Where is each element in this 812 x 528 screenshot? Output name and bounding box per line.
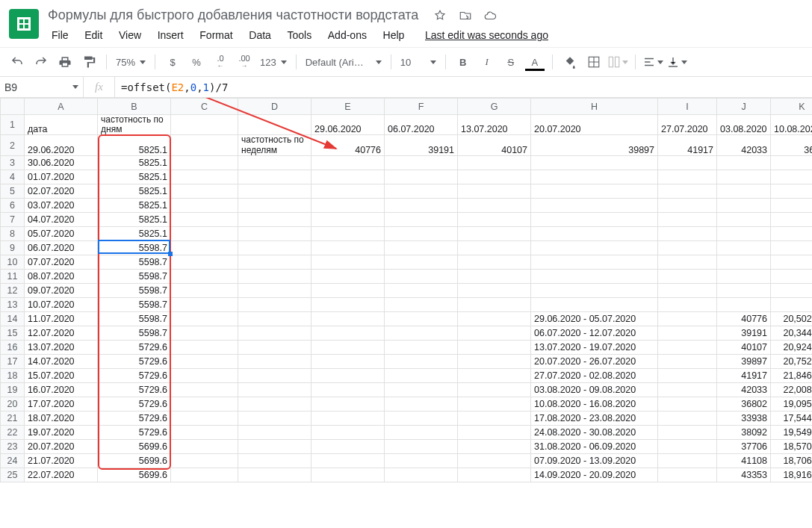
doc-title[interactable]: Формулы для быстрого добавления частотно… bbox=[45, 6, 421, 25]
redo-button[interactable] bbox=[30, 52, 52, 72]
cell[interactable] bbox=[171, 269, 238, 283]
cell[interactable] bbox=[717, 184, 771, 198]
cell[interactable] bbox=[531, 269, 658, 283]
cell[interactable] bbox=[458, 326, 531, 340]
menu-addons[interactable]: Add-ons bbox=[321, 26, 374, 44]
cell[interactable]: 07.09.2020 - 13.09.2020 bbox=[531, 453, 658, 468]
cell[interactable] bbox=[458, 297, 531, 311]
cell[interactable] bbox=[658, 311, 717, 326]
cell[interactable]: 20,924,665 bbox=[771, 340, 813, 354]
cell[interactable] bbox=[385, 340, 458, 354]
cell[interactable]: 01.07.2020 bbox=[25, 170, 98, 184]
menu-insert[interactable]: Insert bbox=[151, 26, 190, 44]
cell[interactable] bbox=[717, 155, 771, 170]
formula-input[interactable]: =offset(E2,0,1)/7 bbox=[115, 81, 812, 93]
cell[interactable]: 5825.1 bbox=[98, 198, 171, 212]
cell[interactable]: 41917 bbox=[658, 135, 717, 155]
cell[interactable] bbox=[658, 155, 717, 170]
cell[interactable] bbox=[771, 184, 813, 198]
cell[interactable]: 13.07.2020 bbox=[25, 340, 98, 354]
cell[interactable] bbox=[658, 425, 717, 439]
italic-button[interactable]: I bbox=[476, 52, 498, 72]
cell[interactable]: 5598.7 bbox=[98, 283, 171, 297]
cell[interactable]: 21,846,406 bbox=[771, 368, 813, 382]
cell[interactable] bbox=[658, 468, 717, 482]
cell[interactable] bbox=[531, 155, 658, 170]
cell[interactable] bbox=[312, 212, 385, 226]
cell[interactable] bbox=[385, 212, 458, 226]
cell[interactable]: 27.07.2020 bbox=[658, 115, 717, 135]
cell[interactable] bbox=[458, 453, 531, 468]
cell[interactable] bbox=[238, 439, 312, 453]
cell[interactable]: 5699.6 bbox=[98, 439, 171, 453]
cell[interactable] bbox=[385, 397, 458, 411]
cell[interactable] bbox=[385, 283, 458, 297]
cell[interactable]: дата bbox=[25, 115, 98, 135]
row-header[interactable]: 14 bbox=[1, 311, 25, 326]
cell[interactable] bbox=[717, 283, 771, 297]
cell[interactable]: 41917 bbox=[717, 368, 771, 382]
cell[interactable] bbox=[458, 468, 531, 482]
cell[interactable] bbox=[312, 340, 385, 354]
row-header[interactable]: 20 bbox=[1, 397, 25, 411]
cell[interactable] bbox=[171, 439, 238, 453]
cell[interactable]: 13.07.2020 bbox=[458, 115, 531, 135]
cell[interactable] bbox=[458, 283, 531, 297]
cell[interactable]: 40776 bbox=[312, 135, 385, 155]
inc-decimals-button[interactable]: .00→ bbox=[233, 52, 255, 72]
cell[interactable]: 22.07.2020 bbox=[25, 468, 98, 482]
cell[interactable] bbox=[312, 255, 385, 269]
cell[interactable]: 03.08.2020 - 09.08.2020 bbox=[531, 382, 658, 397]
cell[interactable] bbox=[171, 453, 238, 468]
cell[interactable]: 5729.6 bbox=[98, 368, 171, 382]
cell[interactable]: 13.07.2020 - 19.07.2020 bbox=[531, 340, 658, 354]
cell[interactable] bbox=[385, 269, 458, 283]
cell[interactable] bbox=[238, 326, 312, 340]
cell[interactable] bbox=[771, 283, 813, 297]
menu-tools[interactable]: Tools bbox=[280, 26, 318, 44]
cell[interactable] bbox=[385, 255, 458, 269]
cell[interactable] bbox=[717, 297, 771, 311]
star-icon[interactable] bbox=[433, 9, 447, 22]
cell[interactable]: 20.07.2020 - 26.07.2020 bbox=[531, 354, 658, 368]
cell[interactable]: 19,095,884 bbox=[771, 397, 813, 411]
cell[interactable] bbox=[238, 198, 312, 212]
cell[interactable]: 31.08.2020 - 06.09.2020 bbox=[531, 439, 658, 453]
cell[interactable]: 5825.1 bbox=[98, 170, 171, 184]
cell[interactable]: 06.07.2020 bbox=[385, 115, 458, 135]
cell[interactable] bbox=[385, 382, 458, 397]
cell[interactable] bbox=[312, 311, 385, 326]
col-header[interactable]: H bbox=[531, 99, 658, 115]
cell[interactable] bbox=[312, 439, 385, 453]
halign-button[interactable] bbox=[642, 52, 664, 72]
fill-color-button[interactable] bbox=[559, 52, 581, 72]
cell[interactable]: 5699.6 bbox=[98, 468, 171, 482]
cell[interactable] bbox=[238, 397, 312, 411]
cell[interactable] bbox=[238, 382, 312, 397]
cell[interactable] bbox=[171, 340, 238, 354]
cell[interactable]: 08.07.2020 bbox=[25, 269, 98, 283]
cell[interactable]: 03.08.2020 bbox=[717, 115, 771, 135]
cell[interactable] bbox=[312, 297, 385, 311]
cell[interactable] bbox=[312, 226, 385, 240]
row-header[interactable]: 1 bbox=[1, 115, 25, 135]
cell[interactable] bbox=[171, 240, 238, 255]
cell[interactable] bbox=[658, 397, 717, 411]
percent-button[interactable]: % bbox=[185, 52, 208, 72]
cell[interactable] bbox=[385, 411, 458, 425]
cell[interactable] bbox=[458, 255, 531, 269]
active-cell-handle[interactable] bbox=[168, 252, 173, 256]
cell[interactable]: частотность по дням bbox=[98, 115, 171, 135]
cell[interactable] bbox=[385, 326, 458, 340]
cell[interactable] bbox=[312, 382, 385, 397]
cell[interactable] bbox=[312, 453, 385, 468]
cell[interactable]: 5598.7 bbox=[98, 326, 171, 340]
cell[interactable]: 18,706,618 bbox=[771, 453, 813, 468]
cell[interactable]: 41108 bbox=[717, 453, 771, 468]
row-header[interactable]: 11 bbox=[1, 269, 25, 283]
cell[interactable] bbox=[312, 411, 385, 425]
row-header[interactable]: 19 bbox=[1, 382, 25, 397]
menu-help[interactable]: Help bbox=[376, 26, 412, 44]
cell[interactable]: 24.08.2020 - 30.08.2020 bbox=[531, 425, 658, 439]
cell[interactable] bbox=[531, 297, 658, 311]
